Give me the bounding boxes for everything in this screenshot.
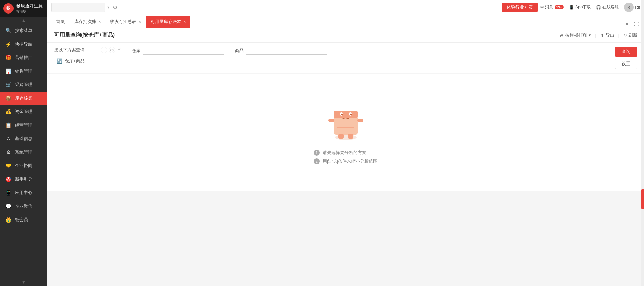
refresh-label: 刷新 (628, 32, 637, 38)
sidebar-item-app-center[interactable]: 📱 应用中心 (0, 186, 47, 200)
tab-receive-summary-label: 收发存汇总表 (110, 19, 136, 25)
sidebar-item-operations[interactable]: 📋 经营管理 (0, 119, 47, 132)
empty-illustration (326, 101, 366, 141)
scheme-collapse-button[interactable]: « (118, 47, 121, 53)
sidebar-scroll-up[interactable]: ▲ (0, 17, 47, 24)
sidebar-item-label: 企业微信 (15, 203, 32, 209)
sidebar-item-system[interactable]: ⚙ 系统管理 (0, 146, 47, 159)
warehouse-more-icon[interactable]: ... (227, 48, 231, 53)
gear-icon[interactable]: ⚙ (113, 4, 117, 10)
export-button[interactable]: ⬆ 导出 (600, 32, 614, 38)
chevron-down-icon[interactable]: ▾ (107, 5, 109, 10)
message-icon: ✉ (540, 5, 544, 10)
tab-batch-account-close[interactable]: × (99, 20, 101, 24)
tabbar-expand-icon[interactable]: ⛶ (633, 20, 640, 28)
sidebar-item-label: 新手引导 (15, 176, 32, 182)
sidebar-item-sales[interactable]: 📊 销售管理 (0, 64, 47, 78)
sidebar-item-label: 资金管理 (15, 109, 32, 115)
filter-scheme-actions: + ⚙ « (101, 47, 121, 53)
svg-rect-8 (357, 119, 363, 122)
app-download-button[interactable]: 📱 App下载 (569, 4, 591, 10)
search-input[interactable] (51, 3, 105, 12)
warehouse-input[interactable] (143, 47, 224, 55)
print-label: 按模板打印 (565, 32, 587, 38)
sidebar-item-finance[interactable]: 💰 资金管理 (0, 105, 47, 119)
operations-icon: 📋 (5, 122, 11, 128)
right-scrollbar[interactable] (641, 0, 644, 286)
sidebar-item-newbie[interactable]: 🎯 新手引导 (0, 173, 47, 186)
scheme-settings-button[interactable]: ⚙ (109, 47, 115, 53)
goods-more-icon[interactable]: ... (330, 48, 334, 53)
online-service-label: 在线客服 (602, 4, 619, 10)
topbar-search-area: ▾ ⚙ (51, 3, 499, 12)
filter-field-warehouse: 仓库 ... (132, 47, 231, 55)
tab-home[interactable]: 首页 (51, 16, 70, 28)
divider: | (595, 33, 596, 38)
trial-button[interactable]: 体验行业方案 (502, 3, 538, 12)
marketing-icon: 🎁 (5, 55, 11, 61)
system-icon: ⚙ (5, 149, 11, 155)
filter-scheme-panel: 按以下方案查询 + ⚙ « 🔄 仓库+商品 (54, 47, 125, 66)
tab-available-ledger-label: 可用量库存账本 (151, 19, 181, 25)
svg-rect-2 (334, 111, 358, 118)
filter-actions: 查询 设置 (610, 47, 637, 69)
settings-button[interactable]: 设置 (615, 59, 637, 69)
tab-receive-summary[interactable]: 收发存汇总表 × (105, 16, 146, 28)
tab-available-ledger-close[interactable]: × (184, 20, 186, 24)
sidebar-item-marketing[interactable]: 🎁 营销推广 (0, 51, 47, 64)
sidebar-item-member[interactable]: 👑 畅会员 (0, 213, 47, 227)
filter-bar: 按以下方案查询 + ⚙ « 🔄 仓库+商品 仓库 ... (47, 43, 644, 73)
print-icon: 🖨 (560, 33, 564, 38)
sidebar-nav: 🔍 搜索菜单 ⚡ 快捷导航 🎁 营销推广 📊 销售管理 🛒 采购管理 📦 库存核… (0, 24, 47, 279)
goods-label: 商品 (235, 48, 244, 54)
tab-batch-account-label: 库存批次账 (74, 19, 96, 25)
user-profile-button[interactable]: R Rit (624, 3, 640, 12)
online-service-button[interactable]: 🎧 在线客服 (596, 4, 619, 10)
tab-receive-summary-close[interactable]: × (139, 20, 141, 24)
scheme-item-warehouse-goods[interactable]: 🔄 仓库+商品 (54, 56, 121, 66)
print-button[interactable]: 🖨 按模板打印 ▾ (560, 32, 591, 38)
svg-point-0 (335, 135, 357, 140)
sidebar-item-purchase[interactable]: 🛒 采购管理 (0, 78, 47, 92)
tab-batch-account[interactable]: 库存批次账 × (70, 16, 105, 28)
refresh-button[interactable]: ↻ 刷新 (623, 32, 637, 38)
tip-text-2: 用[过滤]条件来缩小分析范围 (323, 158, 378, 164)
goods-input[interactable] (246, 47, 327, 55)
sidebar-item-inventory[interactable]: 📦 库存核算 (0, 92, 47, 105)
username-label: Rit (635, 5, 640, 10)
tip-num-1: 1 (314, 150, 320, 156)
finance-icon: 💰 (5, 109, 11, 115)
filter-scheme-header: 按以下方案查询 + ⚙ « (54, 47, 121, 53)
filter-scheme-title: 按以下方案查询 (54, 47, 85, 53)
sidebar-item-basic-info[interactable]: 🗂 基础信息 (0, 132, 47, 146)
scheme-add-button[interactable]: + (101, 47, 107, 53)
tabbar-close-icon[interactable]: ✕ (624, 20, 630, 28)
sidebar-brand: 畅康通好生意 标准版 (16, 3, 43, 14)
member-icon: 👑 (5, 217, 11, 223)
sidebar-header[interactable]: 畅 畅康通好生意 标准版 (0, 0, 47, 17)
topbar: ▾ ⚙ 体验行业方案 ✉ 消息 99+ 📱 App下载 🎧 在线客服 R Rit (47, 0, 644, 15)
page-title: 可用量查询(按仓库+商品) (54, 32, 115, 39)
query-button[interactable]: 查询 (615, 47, 637, 57)
sidebar-item-enterprise[interactable]: 🤝 企业协同 (0, 159, 47, 173)
sidebar-scroll-down[interactable]: ▼ (0, 279, 47, 286)
purchase-icon: 🛒 (5, 82, 11, 88)
filter-field-goods: 商品 ... (235, 47, 334, 55)
tab-available-ledger[interactable]: 可用量库存账本 × (146, 16, 190, 28)
sidebar-item-shortcut[interactable]: ⚡ 快捷导航 (0, 37, 47, 51)
sidebar-item-label: 经营管理 (15, 122, 32, 128)
sidebar-item-label: 销售管理 (15, 68, 32, 74)
shortcut-icon: ⚡ (5, 41, 11, 47)
svg-rect-9 (338, 134, 344, 139)
export-label: 导出 (606, 32, 614, 38)
sidebar-subtitle: 标准版 (16, 9, 43, 14)
sidebar-item-label: 基础信息 (15, 136, 32, 142)
sidebar-item-wechat[interactable]: 💬 企业微信 (0, 200, 47, 213)
message-badge: 99+ (555, 5, 564, 9)
message-button[interactable]: ✉ 消息 99+ (540, 4, 564, 10)
sidebar-item-search[interactable]: 🔍 搜索菜单 (0, 24, 47, 37)
print-chevron-icon[interactable]: ▾ (589, 33, 591, 38)
sidebar-item-label: 采购管理 (15, 82, 32, 88)
empty-tip-1: 1 请先选择要分析的方案 (314, 150, 378, 156)
basic-info-icon: 🗂 (5, 136, 11, 141)
